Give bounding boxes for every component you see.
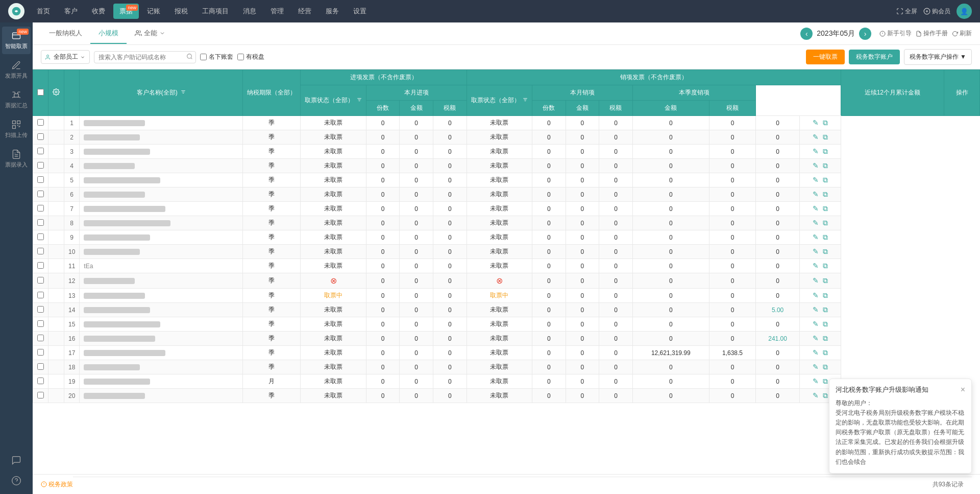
edit-icon[interactable]: ✎ (813, 305, 819, 314)
cell-check[interactable] (33, 130, 48, 145)
edit-icon[interactable]: ✎ (813, 262, 819, 270)
copy-icon[interactable]: ⧉ (823, 190, 828, 198)
edit-icon[interactable]: ✎ (813, 276, 819, 285)
cell-check[interactable] (33, 273, 48, 289)
digital-account-op-btn[interactable]: 税务数字账户操作 ▼ (904, 49, 972, 65)
nav-customer[interactable]: 客户 (58, 4, 84, 19)
tab-small[interactable]: 小规模 (90, 23, 127, 44)
cell-check[interactable] (33, 259, 48, 273)
copy-icon[interactable]: ⧉ (823, 276, 828, 285)
row-checkbox[interactable] (37, 292, 44, 298)
row-checkbox[interactable] (37, 119, 44, 126)
row-checkbox[interactable] (37, 233, 44, 240)
row-checkbox[interactable] (37, 191, 44, 197)
row-checkbox[interactable] (37, 392, 44, 398)
th-customer[interactable]: 客户名称(全部) (80, 70, 243, 116)
sidebar-item-scan[interactable]: 扫描上传 (2, 115, 31, 143)
row-checkbox[interactable] (37, 378, 44, 384)
copy-icon[interactable]: ⧉ (823, 291, 828, 299)
copy-icon[interactable]: ⧉ (823, 320, 828, 328)
cell-check[interactable] (33, 187, 48, 202)
edit-icon[interactable]: ✎ (813, 348, 819, 357)
policy-link[interactable]: 税务政策 (41, 480, 73, 489)
cell-check[interactable] (33, 216, 48, 230)
edit-icon[interactable]: ✎ (813, 334, 819, 342)
edit-icon[interactable]: ✎ (813, 247, 819, 255)
cell-check[interactable] (33, 202, 48, 216)
copy-icon[interactable]: ⧉ (823, 233, 828, 241)
edit-icon[interactable]: ✎ (813, 291, 819, 299)
cell-check[interactable] (33, 289, 48, 303)
copy-icon[interactable]: ⧉ (823, 391, 828, 399)
edit-icon[interactable]: ✎ (813, 204, 819, 213)
cell-check[interactable] (33, 374, 48, 389)
edit-icon[interactable]: ✎ (813, 320, 819, 328)
nav-message[interactable]: 消息 (237, 4, 262, 19)
copy-icon[interactable]: ⧉ (823, 119, 828, 127)
cell-check[interactable] (33, 317, 48, 332)
month-next-btn[interactable]: › (859, 28, 871, 40)
sidebar-item-ticket[interactable]: new 智能取票 (2, 27, 31, 54)
checkbox-ledger-label[interactable]: 名下账套 (200, 53, 233, 61)
select-all-checkbox[interactable] (37, 89, 44, 96)
copy-icon[interactable]: ⧉ (823, 176, 828, 184)
cell-check[interactable] (33, 332, 48, 346)
nav-billing[interactable]: 收费 (86, 4, 111, 19)
nav-tax[interactable]: 报税 (168, 4, 194, 19)
guide-btn[interactable]: 新手引导 (879, 29, 912, 38)
row-checkbox[interactable] (37, 363, 44, 370)
fetch-btn[interactable]: 一键取票 (806, 50, 845, 64)
copy-icon[interactable]: ⧉ (823, 348, 828, 357)
copy-icon[interactable]: ⧉ (823, 334, 828, 342)
cell-check[interactable] (33, 159, 48, 173)
cell-check[interactable] (33, 145, 48, 159)
search-btn[interactable] (186, 53, 193, 61)
copy-icon[interactable]: ⧉ (823, 204, 828, 213)
sidebar-item-entry[interactable]: 票据录入 (2, 145, 31, 173)
nav-settings[interactable]: 设置 (347, 4, 373, 19)
copy-icon[interactable]: ⧉ (823, 305, 828, 314)
sidebar-item-summary[interactable]: 票据汇总 (2, 86, 31, 113)
checkbox-tax[interactable] (237, 54, 244, 60)
row-checkbox[interactable] (37, 349, 44, 356)
fullscreen-btn[interactable]: 全屏 (896, 7, 917, 16)
edit-icon[interactable]: ✎ (813, 147, 819, 155)
nav-invoice[interactable]: 票据 new (113, 4, 139, 19)
th-out-status[interactable]: 取票状态（全部） (467, 85, 532, 116)
row-checkbox[interactable] (37, 335, 44, 341)
cell-check[interactable] (33, 230, 48, 245)
nav-operation[interactable]: 经营 (292, 4, 317, 19)
user-avatar[interactable]: 👤 (957, 4, 972, 19)
copy-icon[interactable]: ⧉ (823, 262, 828, 270)
edit-icon[interactable]: ✎ (813, 190, 819, 198)
cell-check[interactable] (33, 173, 48, 187)
row-checkbox[interactable] (37, 205, 44, 211)
row-checkbox[interactable] (37, 248, 44, 254)
checkbox-tax-label[interactable]: 有税盘 (237, 53, 264, 61)
cell-check[interactable] (33, 245, 48, 259)
edit-icon[interactable]: ✎ (813, 119, 819, 127)
row-checkbox[interactable] (37, 162, 44, 169)
nav-business[interactable]: 工商项目 (196, 4, 235, 19)
copy-icon[interactable]: ⧉ (823, 133, 828, 141)
nav-service[interactable]: 服务 (320, 4, 345, 19)
nav-accounting[interactable]: 记账 (141, 4, 166, 19)
cell-check[interactable] (33, 346, 48, 360)
sidebar-item-invoice-open[interactable]: 发票开具 (2, 56, 31, 84)
row-checkbox[interactable] (37, 262, 44, 269)
edit-icon[interactable]: ✎ (813, 233, 819, 241)
edit-icon[interactable]: ✎ (813, 377, 819, 385)
th-in-status[interactable]: 取票状态（全部） (301, 85, 366, 116)
th-tax-period[interactable]: 纳税期限（全部） (243, 70, 301, 116)
edit-icon[interactable]: ✎ (813, 363, 819, 371)
tab-all[interactable]: 全能 (127, 23, 174, 44)
copy-icon[interactable]: ⧉ (823, 363, 828, 371)
sidebar-item-message[interactable] (2, 451, 31, 469)
row-checkbox[interactable] (37, 176, 44, 183)
row-checkbox[interactable] (37, 219, 44, 226)
popup-close-btn[interactable]: × (961, 385, 965, 394)
cell-check[interactable] (33, 360, 48, 374)
refresh-btn[interactable]: 刷新 (952, 29, 972, 38)
digital-account-btn[interactable]: 税务数字账户 (849, 50, 900, 64)
cell-check[interactable] (33, 303, 48, 317)
